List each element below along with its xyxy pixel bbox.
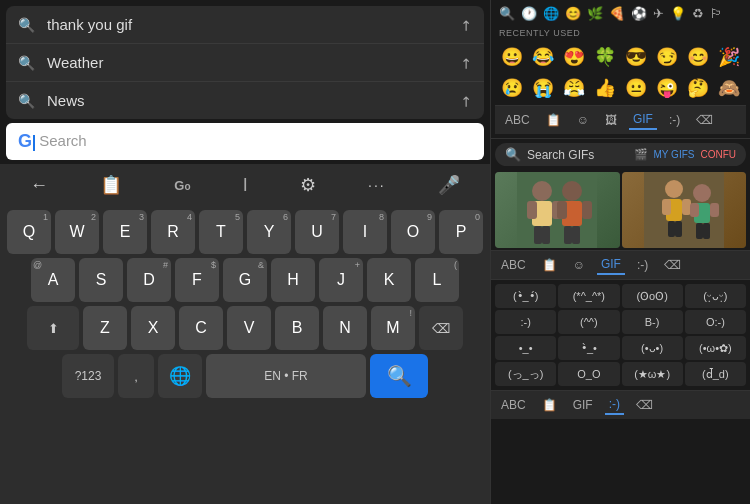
emoji-flags-icon[interactable]: 🏳 xyxy=(710,6,723,21)
key-a[interactable]: A@ xyxy=(31,258,75,302)
emoji-search-icon[interactable]: 🔍 xyxy=(499,6,515,21)
key-globe[interactable]: 🌐 xyxy=(158,354,202,398)
key-s[interactable]: S xyxy=(79,258,123,302)
emoji-1[interactable]: 😀 xyxy=(497,42,527,72)
emoji-nature-icon[interactable]: 🌿 xyxy=(587,6,603,21)
emoji-activity-icon[interactable]: ⚽ xyxy=(631,6,647,21)
key-num[interactable]: ?123 xyxy=(62,354,114,398)
emoji-tab-gif[interactable]: GIF xyxy=(629,110,657,130)
key-t[interactable]: T5 xyxy=(199,210,243,254)
emoji-15[interactable]: 🤔 xyxy=(683,73,713,103)
kaomoji-5[interactable]: :-) xyxy=(495,310,556,334)
key-l[interactable]: L( xyxy=(415,258,459,302)
kaomoji-6[interactable]: (^^) xyxy=(558,310,619,334)
emoji-symbols-icon[interactable]: ♻ xyxy=(692,6,704,21)
google-search-bar[interactable]: G Search xyxy=(6,123,484,160)
more-button[interactable]: ··· xyxy=(360,173,394,197)
gif-tab-bar-kaomoji[interactable]: :-) xyxy=(633,256,652,274)
gif-tab-bar-abc[interactable]: ABC xyxy=(497,256,530,274)
kaomoji-12[interactable]: (•ω•✿) xyxy=(685,336,746,360)
clipboard-button[interactable]: 📋 xyxy=(92,170,130,200)
kaomoji-7[interactable]: B-) xyxy=(622,310,683,334)
gif-search-bar[interactable]: 🔍 Search GIFs 🎬 MY GIFS CONFU xyxy=(495,143,746,166)
key-shift[interactable]: ⬆ xyxy=(27,306,79,350)
emoji-tab-emoji[interactable]: ☺ xyxy=(573,111,593,129)
cursor-mode-button[interactable]: I xyxy=(235,171,256,200)
key-space[interactable]: EN • FR xyxy=(206,354,366,398)
emoji-people-icon[interactable]: 😊 xyxy=(565,6,581,21)
key-o[interactable]: O9 xyxy=(391,210,435,254)
kaomoji-11[interactable]: (•ᴗ•) xyxy=(622,336,683,360)
emoji-12[interactable]: 👍 xyxy=(590,73,620,103)
key-m[interactable]: M! xyxy=(371,306,415,350)
key-z[interactable]: Z xyxy=(83,306,127,350)
kaomoji-tab-kaomoji[interactable]: :-) xyxy=(605,395,624,415)
emoji-13[interactable]: 😐 xyxy=(621,73,651,103)
emoji-flag-icon[interactable]: 🌐 xyxy=(543,6,559,21)
emoji-tab-delete[interactable]: ⌫ xyxy=(692,111,717,129)
gif-tab-bar-emoji[interactable]: ☺ xyxy=(569,256,589,274)
suggestion-item-3[interactable]: 🔍 News ↗ xyxy=(6,82,484,119)
emoji-food-icon[interactable]: 🍕 xyxy=(609,6,625,21)
kaomoji-13[interactable]: (っ_っ) xyxy=(495,362,556,386)
gif-tab-bar-gif[interactable]: GIF xyxy=(597,255,625,275)
key-d[interactable]: D# xyxy=(127,258,171,302)
key-backspace[interactable]: ⌫ xyxy=(419,306,463,350)
suggestion-item-2[interactable]: 🔍 Weather ↗ xyxy=(6,44,484,82)
emoji-tab-sticker[interactable]: 📋 xyxy=(542,111,565,129)
suggestion-item-1[interactable]: 🔍 thank you gif ↗ xyxy=(6,6,484,44)
kaomoji-3[interactable]: (ʘoʘ) xyxy=(622,284,683,308)
key-g[interactable]: G& xyxy=(223,258,267,302)
key-y[interactable]: Y6 xyxy=(247,210,291,254)
emoji-16[interactable]: 🙈 xyxy=(714,73,744,103)
key-b[interactable]: B xyxy=(275,306,319,350)
settings-button[interactable]: ⚙ xyxy=(292,170,324,200)
key-search[interactable]: 🔍 xyxy=(370,354,428,398)
gif-filter-icon[interactable]: 🎬 xyxy=(634,148,648,161)
emoji-11[interactable]: 😤 xyxy=(559,73,589,103)
gif-tab-mygifs[interactable]: MY GIFS xyxy=(654,149,695,160)
gif-tab-bar-sticker[interactable]: 📋 xyxy=(538,256,561,274)
kaomoji-tab-delete[interactable]: ⌫ xyxy=(632,396,657,414)
kaomoji-tab-gif[interactable]: GIF xyxy=(569,396,597,414)
key-p[interactable]: P0 xyxy=(439,210,483,254)
gif-search-input[interactable]: Search GIFs xyxy=(527,148,628,162)
emoji-2[interactable]: 😂 xyxy=(528,42,558,72)
emoji-6[interactable]: 😏 xyxy=(652,42,682,72)
kaomoji-15[interactable]: (★ω★) xyxy=(622,362,683,386)
key-k[interactable]: K xyxy=(367,258,411,302)
emoji-14[interactable]: 😜 xyxy=(652,73,682,103)
key-r[interactable]: R4 xyxy=(151,210,195,254)
key-e[interactable]: E3 xyxy=(103,210,147,254)
key-x[interactable]: X xyxy=(131,306,175,350)
gif-button[interactable]: Go xyxy=(166,174,198,197)
key-j[interactable]: J+ xyxy=(319,258,363,302)
key-i[interactable]: I8 xyxy=(343,210,387,254)
kaomoji-tab-abc[interactable]: ABC xyxy=(497,396,530,414)
key-u[interactable]: U7 xyxy=(295,210,339,254)
key-f[interactable]: F$ xyxy=(175,258,219,302)
emoji-7[interactable]: 😊 xyxy=(683,42,713,72)
kaomoji-14[interactable]: O_O xyxy=(558,362,619,386)
emoji-travel-icon[interactable]: ✈ xyxy=(653,6,664,21)
key-v[interactable]: V xyxy=(227,306,271,350)
emoji-8[interactable]: 🎉 xyxy=(714,42,744,72)
mic-button[interactable]: 🎤 xyxy=(430,170,468,200)
emoji-tab-gif2[interactable]: 🖼 xyxy=(601,111,621,129)
kaomoji-8[interactable]: O:-) xyxy=(685,310,746,334)
emoji-clock-icon[interactable]: 🕐 xyxy=(521,6,537,21)
kaomoji-1[interactable]: (•̀_•́) xyxy=(495,284,556,308)
key-h[interactable]: H xyxy=(271,258,315,302)
key-c[interactable]: C xyxy=(179,306,223,350)
kaomoji-2[interactable]: (*^_^*) xyxy=(558,284,619,308)
kaomoji-9[interactable]: •_• xyxy=(495,336,556,360)
emoji-tab-abc[interactable]: ABC xyxy=(501,111,534,129)
gif-tab-bar-delete[interactable]: ⌫ xyxy=(660,256,685,274)
kaomoji-10[interactable]: •̀_• xyxy=(558,336,619,360)
key-comma[interactable]: , xyxy=(118,354,154,398)
emoji-4[interactable]: 🍀 xyxy=(590,42,620,72)
key-w[interactable]: W2 xyxy=(55,210,99,254)
emoji-9[interactable]: 😢 xyxy=(497,73,527,103)
emoji-objects-icon[interactable]: 💡 xyxy=(670,6,686,21)
kaomoji-16[interactable]: (d̄_d) xyxy=(685,362,746,386)
